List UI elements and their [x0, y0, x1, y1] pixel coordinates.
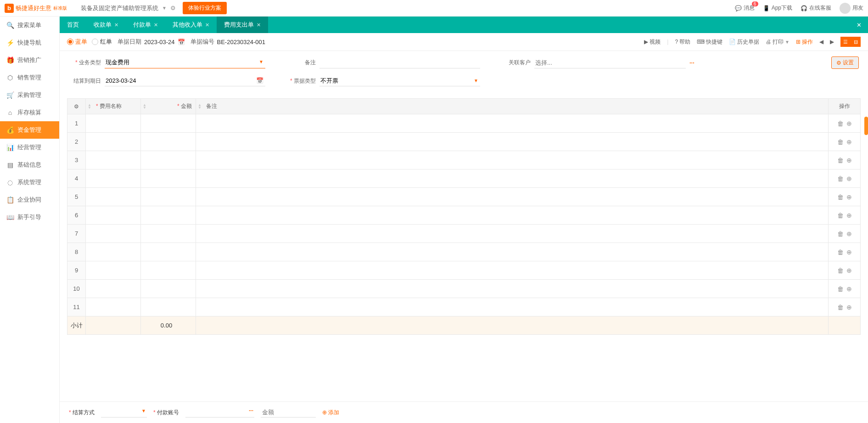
red-bill-radio[interactable]: 红单 [92, 38, 112, 46]
col-remark[interactable]: ▲▼备注 [196, 99, 829, 114]
cell-amount[interactable] [141, 225, 196, 243]
close-all-tabs[interactable]: ✕ [853, 20, 865, 30]
settings-button[interactable]: ⚙ 设置 [831, 56, 859, 69]
delete-icon[interactable]: 🗑 [837, 248, 844, 256]
sidebar-item[interactable]: ⌂库存核算 [0, 104, 59, 121]
sidebar-item[interactable]: 📊经营管理 [0, 139, 59, 156]
chevron-down-icon[interactable]: ▼ [141, 408, 146, 413]
close-icon[interactable]: ✕ [257, 22, 261, 28]
delete-icon[interactable]: 🗑 [837, 212, 844, 219]
prev-button[interactable]: ◀ [819, 39, 823, 45]
cell-name[interactable] [86, 298, 141, 316]
copy-icon[interactable]: ⊕ [846, 157, 852, 164]
copy-icon[interactable]: ⊕ [846, 138, 852, 146]
cell-remark[interactable] [196, 188, 829, 206]
customer-input[interactable] [534, 57, 686, 68]
chevron-down-icon[interactable]: ▼ [474, 78, 478, 83]
cell-remark[interactable] [196, 280, 829, 298]
tab[interactable]: 首页 [60, 17, 86, 33]
tab[interactable]: 收款单✕ [86, 17, 126, 33]
delete-icon[interactable]: 🗑 [837, 230, 844, 237]
col-name[interactable]: ▲▼* 费用名称 [86, 99, 141, 114]
system-selector[interactable]: 装备及固定资产辅助管理系统 ▼ [81, 4, 167, 12]
app-download-link[interactable]: 📱 App下载 [763, 4, 792, 12]
settle-date-input[interactable] [105, 75, 265, 86]
tab[interactable]: 其他收入单✕ [165, 17, 217, 33]
delete-icon[interactable]: 🗑 [837, 267, 844, 274]
cell-amount[interactable] [141, 243, 196, 261]
close-icon[interactable]: ✕ [205, 22, 209, 28]
sidebar-item[interactable]: 💰资金管理 [0, 121, 59, 139]
next-button[interactable]: ▶ [830, 39, 834, 45]
date-value[interactable]: 2023-03-24 [144, 39, 175, 45]
chevron-down-icon[interactable]: ▼ [259, 59, 263, 64]
cell-amount[interactable] [141, 188, 196, 206]
help-button[interactable]: ? 帮助 [675, 38, 690, 46]
sidebar-item[interactable]: 🔍搜索菜单 [0, 17, 59, 34]
sidebar-item[interactable]: ⚡快捷导航 [0, 34, 59, 51]
sidebar-item[interactable]: ▤基础信息 [0, 156, 59, 174]
cell-name[interactable] [86, 206, 141, 225]
cell-name[interactable] [86, 261, 141, 280]
copy-icon[interactable]: ⊕ [846, 230, 852, 237]
cell-name[interactable] [86, 225, 141, 243]
close-icon[interactable]: ✕ [154, 22, 158, 28]
copy-icon[interactable]: ⊕ [846, 175, 852, 182]
cell-name[interactable] [86, 114, 141, 133]
sidebar-item[interactable]: ⬡销售管理 [0, 69, 59, 86]
sidebar-item[interactable]: 🛒采购管理 [0, 86, 59, 104]
cell-remark[interactable] [196, 133, 829, 151]
cell-name[interactable] [86, 280, 141, 298]
messages-link[interactable]: 💬 消息 6 [735, 4, 755, 12]
copy-icon[interactable]: ⊕ [846, 285, 852, 293]
cta-button[interactable]: 体验行业方案 [183, 2, 227, 14]
invoice-input[interactable] [319, 75, 480, 86]
cell-name[interactable] [86, 151, 141, 169]
add-button[interactable]: ⊕ 添加 [322, 409, 339, 417]
shortcut-button[interactable]: ⌨ 快捷键 [697, 38, 722, 46]
delete-icon[interactable]: 🗑 [837, 304, 844, 311]
cell-amount[interactable] [141, 206, 196, 225]
cell-amount[interactable] [141, 133, 196, 151]
cell-remark[interactable] [196, 225, 829, 243]
delete-icon[interactable]: 🗑 [837, 285, 844, 293]
copy-icon[interactable]: ⊕ [846, 193, 852, 201]
cell-remark[interactable] [196, 114, 829, 133]
copy-icon[interactable]: ⊕ [846, 304, 852, 311]
history-button[interactable]: 📄 历史单据 [729, 38, 759, 46]
cell-amount[interactable] [141, 151, 196, 169]
sidebar-item[interactable]: ◌系统管理 [0, 174, 59, 191]
cell-amount[interactable] [141, 169, 196, 188]
delete-icon[interactable]: 🗑 [837, 138, 844, 146]
cell-name[interactable] [86, 169, 141, 188]
cell-remark[interactable] [196, 169, 829, 188]
cell-amount[interactable] [141, 261, 196, 280]
cell-amount[interactable] [141, 114, 196, 133]
sidebar-item[interactable]: 🎁营销推广 [0, 51, 59, 69]
col-gear[interactable]: ⚙ [67, 99, 86, 114]
service-link[interactable]: 🎧 在线客服 [801, 4, 831, 12]
copy-icon[interactable]: ⊕ [846, 267, 852, 274]
delete-icon[interactable]: 🗑 [837, 120, 844, 127]
cell-amount[interactable] [141, 298, 196, 316]
cell-name[interactable] [86, 133, 141, 151]
settle-method-input[interactable] [101, 407, 147, 417]
close-icon[interactable]: ✕ [114, 22, 118, 28]
cell-name[interactable] [86, 243, 141, 261]
copy-icon[interactable]: ⊕ [846, 248, 852, 256]
col-amount[interactable]: ▲▼* 金额 [141, 99, 196, 114]
print-button[interactable]: 🖨 打印 ▼ [766, 38, 790, 46]
cell-amount[interactable] [141, 280, 196, 298]
sidebar-item[interactable]: 📋企业协同 [0, 191, 59, 209]
calendar-icon[interactable]: 📅 [178, 39, 185, 45]
tab[interactable]: 付款单✕ [126, 17, 165, 33]
copy-icon[interactable]: ⊕ [846, 212, 852, 219]
delete-icon[interactable]: 🗑 [837, 175, 844, 182]
blue-bill-radio[interactable]: 蓝单 [67, 38, 87, 46]
cell-remark[interactable] [196, 261, 829, 280]
sidebar-item[interactable]: 📖新手引导 [0, 209, 59, 226]
more-icon[interactable]: ··· [689, 59, 694, 66]
calendar-icon[interactable]: 📅 [256, 77, 263, 84]
delete-icon[interactable]: 🗑 [837, 157, 844, 164]
view-list-button[interactable]: ☰ [840, 37, 851, 47]
